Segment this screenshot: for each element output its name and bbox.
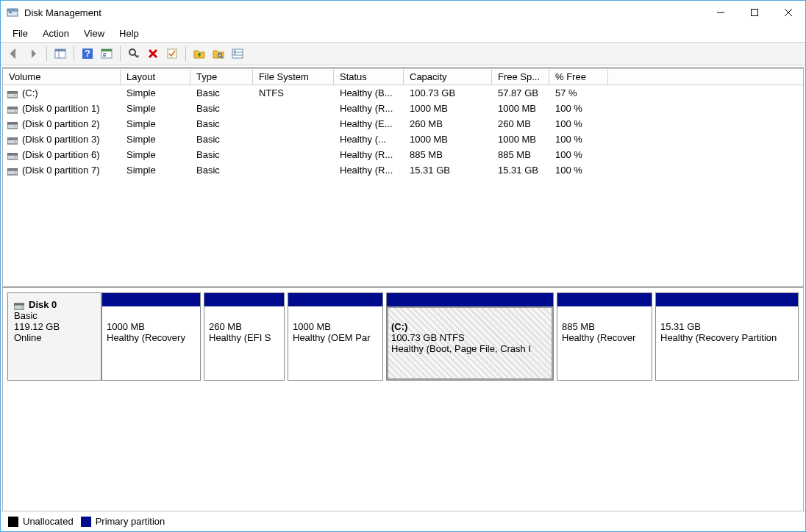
volume-icon <box>7 151 18 159</box>
volume-list-panel: Volume Layout Type File System Status Ca… <box>3 68 803 288</box>
volume-capacity: 1000 MB <box>404 133 492 145</box>
volume-pctfree: 100 % <box>549 133 608 145</box>
partition-stripe <box>557 293 652 306</box>
partition-box[interactable]: 260 MBHealthy (EFI S <box>204 292 285 381</box>
help-button[interactable]: ? <box>79 45 96 62</box>
svg-point-42 <box>15 157 16 158</box>
refresh-button[interactable] <box>125 45 143 62</box>
volume-freespace: 15.31 GB <box>492 164 549 176</box>
partition-status: Healthy (Boot, Page File, Crash I <box>391 343 549 354</box>
close-button[interactable] <box>771 1 805 24</box>
volume-row[interactable]: (Disk 0 partition 7)SimpleBasicHealthy (… <box>3 162 803 178</box>
partition-size: 885 MB <box>562 321 647 332</box>
volume-status: Healthy (E... <box>334 118 404 130</box>
disk-management-app-icon <box>7 7 18 18</box>
separator <box>185 46 186 61</box>
maximize-button[interactable] <box>738 1 771 24</box>
col-header-type[interactable]: Type <box>190 69 253 85</box>
volume-row[interactable]: (C:)SimpleBasicNTFSHealthy (B...100.73 G… <box>3 85 803 101</box>
col-header-filesystem[interactable]: File System <box>253 69 334 85</box>
partition-box[interactable]: 885 MBHealthy (Recover <box>557 292 652 381</box>
folder-search-button[interactable] <box>210 45 227 62</box>
volume-row[interactable]: (Disk 0 partition 1)SimpleBasicHealthy (… <box>3 101 803 116</box>
volume-name: (C:) <box>22 87 38 98</box>
svg-point-16 <box>129 49 135 55</box>
menubar: File Action View Help <box>1 24 805 42</box>
col-header-capacity[interactable]: Capacity <box>404 69 492 85</box>
separator <box>74 46 74 61</box>
folder-up-button[interactable] <box>190 45 208 62</box>
col-header-layout[interactable]: Layout <box>121 69 190 85</box>
volume-capacity: 15.31 GB <box>404 164 492 176</box>
volume-filesystem: NTFS <box>253 87 334 99</box>
minimize-button[interactable] <box>704 1 738 24</box>
back-button[interactable] <box>5 45 23 62</box>
partition-box[interactable]: 1000 MBHealthy (OEM Par <box>288 292 383 381</box>
partition-size: 1000 MB <box>107 321 196 332</box>
partition-box[interactable]: 15.31 GBHealthy (Recovery Partition <box>655 292 799 381</box>
volume-layout: Simple <box>121 148 190 161</box>
legend-primary: Primary partition <box>81 516 165 527</box>
menu-file[interactable]: File <box>5 26 35 41</box>
volume-status: Healthy (B... <box>334 87 404 99</box>
volume-name: (Disk 0 partition 1) <box>22 103 99 114</box>
disk-icon <box>14 301 24 309</box>
disk-graphical-panel: Disk 0 Basic 119.12 GB Online 1000 MBHea… <box>3 288 803 464</box>
menu-view[interactable]: View <box>76 26 112 41</box>
disk-info-box[interactable]: Disk 0 Basic 119.12 GB Online <box>7 292 101 381</box>
volume-row[interactable]: (Disk 0 partition 6)SimpleBasicHealthy (… <box>3 147 803 162</box>
svg-rect-8 <box>55 49 65 51</box>
legend-primary-label: Primary partition <box>96 516 165 527</box>
svg-point-45 <box>15 172 16 173</box>
volume-status: Healthy (R... <box>334 148 404 161</box>
svg-rect-13 <box>101 49 112 51</box>
menu-action[interactable]: Action <box>35 26 76 41</box>
svg-point-39 <box>15 141 16 143</box>
partition-size: 15.31 GB <box>660 321 793 332</box>
disk-status: Online <box>14 332 95 343</box>
volume-icon <box>7 90 18 97</box>
volume-layout: Simple <box>121 133 190 145</box>
svg-point-30 <box>15 95 16 96</box>
volume-row[interactable]: (Disk 0 partition 3)SimpleBasicHealthy (… <box>3 132 803 147</box>
volume-pctfree: 100 % <box>549 164 608 176</box>
volume-filesystem <box>253 154 334 156</box>
partition-title: (C:) <box>391 321 549 332</box>
partition-stripe <box>102 293 200 306</box>
volume-filesystem <box>253 108 334 109</box>
svg-rect-26 <box>234 51 236 52</box>
col-header-pctfree[interactable]: % Free <box>549 69 608 85</box>
swatch-primary-icon <box>81 517 91 527</box>
volume-list-body[interactable]: (C:)SimpleBasicNTFSHealthy (B...100.73 G… <box>3 85 803 287</box>
volume-row[interactable]: (Disk 0 partition 2)SimpleBasicHealthy (… <box>3 116 803 132</box>
svg-rect-1 <box>7 9 18 11</box>
volume-icon <box>7 121 18 128</box>
forward-button[interactable] <box>24 45 42 62</box>
partition-stripe <box>656 293 798 306</box>
volume-type: Basic <box>190 102 253 115</box>
svg-text:?: ? <box>85 48 90 59</box>
col-header-freespace[interactable]: Free Sp... <box>492 69 549 85</box>
show-hide-tree-button[interactable] <box>51 45 69 62</box>
delete-button[interactable] <box>144 45 162 62</box>
svg-rect-2 <box>9 12 12 13</box>
col-header-status[interactable]: Status <box>334 69 404 85</box>
disk-list-button[interactable] <box>229 45 246 62</box>
legend-unallocated-label: Unallocated <box>23 516 74 527</box>
col-header-volume[interactable]: Volume <box>3 69 121 85</box>
menu-help[interactable]: Help <box>112 26 146 41</box>
disk-row: Disk 0 Basic 119.12 GB Online 1000 MBHea… <box>7 292 799 381</box>
partition-box[interactable]: 1000 MBHealthy (Recovery <box>101 292 201 381</box>
volume-filesystem <box>253 170 334 171</box>
svg-rect-35 <box>7 122 18 124</box>
svg-rect-4 <box>752 10 758 16</box>
volume-freespace: 1000 MB <box>492 102 549 115</box>
partition-box[interactable]: (C:)100.73 GB NTFSHealthy (Boot, Page Fi… <box>386 292 554 381</box>
partition-size: 1000 MB <box>293 321 378 332</box>
disk-name: Disk 0 <box>29 299 57 310</box>
svg-rect-47 <box>14 303 24 305</box>
svg-rect-44 <box>7 168 18 170</box>
legend-unallocated: Unallocated <box>8 516 74 527</box>
settings-button[interactable] <box>98 45 115 62</box>
properties-check-button[interactable] <box>163 45 181 62</box>
